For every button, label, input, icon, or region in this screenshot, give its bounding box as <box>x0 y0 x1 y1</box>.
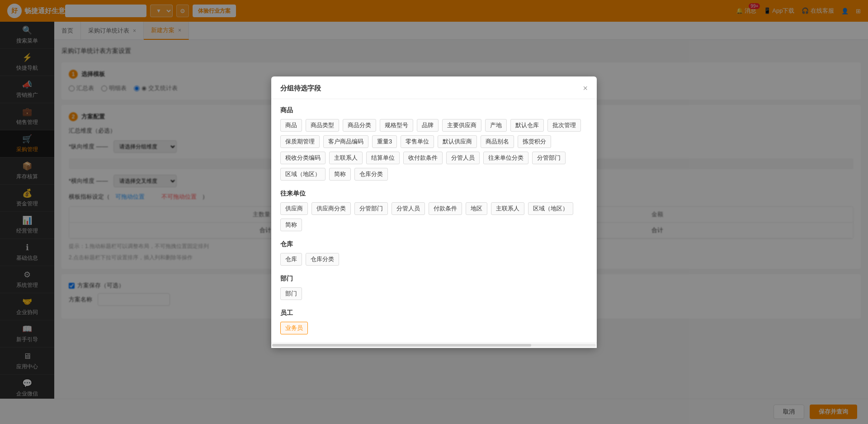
section-warehouse: 仓库 仓库 仓库分类 <box>280 240 588 266</box>
field-tag-region2[interactable]: 区域（地区） <box>528 202 573 215</box>
field-selection-modal: 分组待选字段 × 商品 商品 商品类型 商品分类 规格型号 品牌 主要供应商 产… <box>271 76 597 348</box>
field-tag-spec-model[interactable]: 规格型号 <box>380 119 413 132</box>
field-tag-pick-score[interactable]: 拣货积分 <box>518 135 551 148</box>
section-counterpart: 往来单位 供应商 供应商分类 分管部门 分管人员 付款条件 地区 主联系人 区域… <box>280 190 588 231</box>
modal-header: 分组待选字段 × <box>271 76 597 99</box>
field-tag-department[interactable]: 部门 <box>280 287 302 300</box>
section-goods-tags: 商品 商品类型 商品分类 规格型号 品牌 主要供应商 产地 默认仓库 批次管理 … <box>280 119 588 181</box>
field-tag-payment-terms[interactable]: 收付款条件 <box>403 152 443 164</box>
section-warehouse-tags: 仓库 仓库分类 <box>280 253 588 266</box>
field-tag-default-warehouse[interactable]: 默认仓库 <box>510 119 544 132</box>
section-employee: 员工 业务员 <box>280 309 588 334</box>
modal-close-button[interactable]: × <box>583 84 588 93</box>
field-tag-supervisor[interactable]: 分管人员 <box>446 152 480 164</box>
section-department-title: 部门 <box>280 275 588 283</box>
field-tag-warehouse-cat[interactable]: 仓库分类 <box>306 253 339 266</box>
section-employee-title: 员工 <box>280 309 588 317</box>
section-goods-title: 商品 <box>280 106 588 114</box>
field-tag-shelf-life[interactable]: 保质期管理 <box>280 135 320 148</box>
field-tag-short-name[interactable]: 简称 <box>329 168 351 181</box>
field-tag-tax-code[interactable]: 税收分类编码 <box>280 152 326 164</box>
field-tag-customer-code[interactable]: 客户商品编码 <box>323 135 368 148</box>
field-tag-dept[interactable]: 分管部门 <box>532 152 566 164</box>
field-tag-main-contact2[interactable]: 主联系人 <box>491 202 524 215</box>
section-counterpart-title: 往来单位 <box>280 190 588 198</box>
field-tag-retail-unit[interactable]: 零售单位 <box>401 135 434 148</box>
field-tag-short-name2[interactable]: 简称 <box>280 219 302 231</box>
field-tag-batch-management[interactable]: 批次管理 <box>547 119 581 132</box>
field-tag-supervisor2[interactable]: 分管人员 <box>392 202 425 215</box>
field-tag-dept2[interactable]: 分管部门 <box>354 202 388 215</box>
field-tag-goods-alias[interactable]: 商品别名 <box>481 135 514 148</box>
section-counterpart-tags: 供应商 供应商分类 分管部门 分管人员 付款条件 地区 主联系人 区域（地区） … <box>280 202 588 231</box>
field-tag-settlement-unit[interactable]: 结算单位 <box>366 152 400 164</box>
field-tag-goods-category[interactable]: 商品分类 <box>343 119 376 132</box>
section-employee-tags: 业务员 <box>280 322 588 334</box>
section-department-tags: 部门 <box>280 287 588 300</box>
field-tag-main-supplier[interactable]: 主要供应商 <box>442 119 481 132</box>
field-tag-region[interactable]: 区域（地区） <box>280 168 326 181</box>
field-tag-warehouse[interactable]: 仓库 <box>280 253 302 266</box>
field-tag-supplier[interactable]: 供应商 <box>280 202 308 215</box>
field-tag-warehouse-category[interactable]: 仓库分类 <box>354 168 388 181</box>
field-tag-supplier-category[interactable]: 供应商分类 <box>311 202 351 215</box>
field-tag-area[interactable]: 地区 <box>466 202 487 215</box>
field-tag-brand[interactable]: 品牌 <box>417 119 439 132</box>
field-tag-goods-type[interactable]: 商品类型 <box>306 119 339 132</box>
section-goods: 商品 商品 商品类型 商品分类 规格型号 品牌 主要供应商 产地 默认仓库 批次… <box>280 106 588 181</box>
field-tag-main-contact[interactable]: 主联系人 <box>329 152 363 164</box>
field-tag-origin[interactable]: 产地 <box>485 119 507 132</box>
modal-title: 分组待选字段 <box>280 84 321 93</box>
field-tag-default-supplier[interactable]: 默认供应商 <box>438 135 477 148</box>
field-tag-counterpart-category[interactable]: 往来单位分类 <box>483 152 528 164</box>
field-tag-payment-cond[interactable]: 付款条件 <box>429 202 462 215</box>
modal-scrollbar-h[interactable] <box>271 343 597 348</box>
field-tag-salesperson[interactable]: 业务员 <box>280 322 308 334</box>
field-tag-goods[interactable]: 商品 <box>280 119 302 132</box>
modal-body: 商品 商品 商品类型 商品分类 规格型号 品牌 主要供应商 产地 默认仓库 批次… <box>271 99 597 343</box>
section-department: 部门 部门 <box>280 275 588 300</box>
section-warehouse-title: 仓库 <box>280 240 588 248</box>
field-tag-weight3[interactable]: 重量3 <box>372 135 397 148</box>
